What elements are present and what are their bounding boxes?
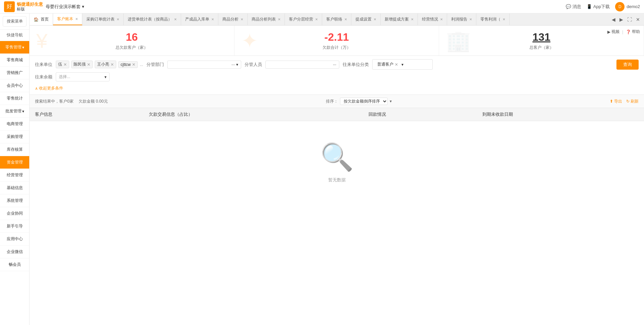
tab-close-product-analysis[interactable]: ✕ bbox=[241, 17, 243, 21]
tab-inbound-stats[interactable]: 进货单统计表（按商品） ✕ bbox=[124, 13, 181, 25]
system-selector[interactable]: 母婴行业演示帐套 ▾ bbox=[46, 4, 84, 10]
play-icon: ▶ bbox=[607, 30, 610, 34]
video-btn[interactable]: ▶ 视频 bbox=[607, 29, 619, 35]
sort-area: 排序： 按欠款金额倒序排序 ▾ bbox=[326, 98, 392, 105]
tab-close-raise-settings[interactable]: ✕ bbox=[374, 17, 376, 21]
help-btn[interactable]: ❓ 帮助 bbox=[626, 29, 640, 35]
sidebar-item-marketing[interactable]: 营销推广 bbox=[0, 67, 29, 79]
tabs-prev-btn[interactable]: ◀ bbox=[610, 16, 617, 23]
tab-new-raise-plan[interactable]: 新增提成方案 ✕ bbox=[381, 13, 418, 25]
sidebar-item-vip-member[interactable]: 畅会员 bbox=[0, 258, 29, 271]
tab-raise-settings[interactable]: 提成设置 ✕ bbox=[351, 13, 381, 25]
tab-close-profit-report[interactable]: ✕ bbox=[469, 17, 472, 21]
tabs-bar-right: ◀ ▶ ⛶ ✕ bbox=[608, 16, 644, 23]
sidebar-item-ecommerce[interactable]: 电商管理 bbox=[0, 118, 29, 131]
sidebar-item-app-center[interactable]: 应用中心 bbox=[0, 233, 29, 246]
sidebar-item-retail-mgmt[interactable]: 零售管理 ▾ bbox=[0, 41, 29, 54]
main-layout: 搜索菜单 快捷导航 零售管理 ▾ 零售商城 营销推广 会员中心 零售统计 批发管… bbox=[0, 13, 644, 325]
tab-close-product-analysis-list[interactable]: ✕ bbox=[278, 17, 281, 21]
balance-dropdown-icon: ▾ bbox=[104, 75, 106, 79]
tab-customer-contact[interactable]: 客户联络 ✕ bbox=[322, 13, 351, 25]
export-btn[interactable]: ⬆ 导出 bbox=[610, 99, 622, 104]
col-debt-info: 欠款交易信息（占比） bbox=[143, 108, 363, 121]
remove-tag-chen[interactable]: ✕ bbox=[87, 62, 90, 67]
unit-class-select[interactable]: 普通客户 ✕ ▾ bbox=[372, 59, 433, 70]
sidebar-item-enterprise-collab[interactable]: 企业协同 bbox=[0, 207, 29, 220]
more-tags-btn[interactable]: ... bbox=[140, 62, 143, 67]
tab-ops-situation[interactable]: 经营情况 ✕ bbox=[418, 13, 447, 25]
filter-tag-wu[interactable]: 伍 ✕ bbox=[56, 61, 69, 68]
tab-close-new-raise-plan[interactable]: ✕ bbox=[411, 17, 414, 21]
sidebar-item-wholesale-mgmt[interactable]: 批发管理 ▾ bbox=[0, 105, 29, 118]
logo-text: 畅捷通好生意 标版 bbox=[17, 2, 43, 12]
sidebar-item-retail-mall[interactable]: 零售商城 bbox=[0, 54, 29, 67]
quick-nav-btn[interactable]: 快捷导航 bbox=[0, 30, 29, 41]
table-area: 搜索结果中，客户0家 欠款金额 0.00元 排序： 按欠款金额倒序排序 ▾ ⬆ … bbox=[30, 95, 644, 325]
sidebar-item-finance[interactable]: 资金管理 bbox=[0, 156, 29, 169]
app-download-btn[interactable]: 📱 App下载 bbox=[587, 4, 610, 10]
tab-customer-book[interactable]: 客户账本 ✕ bbox=[53, 13, 82, 25]
tab-product-inbound[interactable]: 产成品入库单 ✕ bbox=[181, 13, 218, 25]
stat-total-label: 总客户（家） bbox=[529, 45, 554, 50]
query-btn[interactable]: 查询 bbox=[616, 60, 639, 70]
sort-select[interactable]: 按欠款金额倒序排序 bbox=[340, 98, 388, 105]
sidebar-item-retail-stats[interactable]: 零售统计 bbox=[0, 92, 29, 105]
remove-tag-cjttcw[interactable]: ✕ bbox=[132, 62, 135, 67]
tab-close-product-inbound[interactable]: ✕ bbox=[211, 17, 214, 21]
app-icon: 📱 bbox=[587, 4, 592, 9]
tab-product-analysis[interactable]: 商品分析 ✕ bbox=[218, 13, 248, 25]
sidebar-item-system-mgmt[interactable]: 系统管理 bbox=[0, 194, 29, 207]
tabs-bar: 🏠 首页 客户账本 ✕ 采购订单统计表 ✕ 进货单统计表（按商品） ✕ 产成品入… bbox=[30, 13, 644, 26]
export-icon: ⬆ bbox=[610, 99, 613, 104]
tab-close-customer-book[interactable]: ✕ bbox=[75, 17, 78, 21]
sidebar-item-ops-mgmt[interactable]: 经营管理 bbox=[0, 169, 29, 182]
sidebar-item-member-center[interactable]: 会员中心 bbox=[0, 79, 29, 92]
user-profile[interactable]: D demo2 bbox=[615, 2, 640, 11]
tab-customer-segment[interactable]: 客户分层经营 ✕ bbox=[285, 13, 322, 25]
tabs-close-all-btn[interactable]: ✕ bbox=[635, 16, 641, 23]
tab-close-purchase-order-stats[interactable]: ✕ bbox=[117, 17, 119, 21]
tab-home[interactable]: 🏠 首页 bbox=[30, 13, 53, 25]
sidebar-item-basic-info[interactable]: 基础信息 bbox=[0, 182, 29, 194]
balance-select[interactable]: 选择... ▾ bbox=[56, 72, 110, 81]
content-area: 🏠 首页 客户账本 ✕ 采购订单统计表 ✕ 进货单统计表（按商品） ✕ 产成品入… bbox=[30, 13, 644, 325]
avatar: D bbox=[615, 2, 625, 11]
dept-select[interactable]: ··· ▾ bbox=[167, 61, 241, 69]
remove-tag-wang[interactable]: ✕ bbox=[111, 62, 114, 67]
help-icon: ❓ bbox=[626, 30, 631, 34]
filter-tag-chen[interactable]: 陈民强 ✕ bbox=[71, 61, 93, 68]
filter-tag-cjttcw[interactable]: cjttcw ✕ bbox=[118, 61, 138, 68]
sidebar-item-purchase[interactable]: 采购管理 bbox=[0, 131, 29, 143]
remove-tag-wu[interactable]: ✕ bbox=[63, 62, 67, 67]
unit-class-tag: 普通客户 ✕ bbox=[375, 61, 400, 68]
tab-close-inbound-stats[interactable]: ✕ bbox=[174, 17, 177, 21]
stat-customers-label: 总欠款客户（家） bbox=[116, 45, 148, 50]
filter-tag-wang[interactable]: 王小亮 ✕ bbox=[95, 61, 116, 68]
remove-unit-class[interactable]: ✕ bbox=[395, 62, 398, 67]
chevron-down-icon: ▾ bbox=[22, 45, 24, 50]
tab-close-customer-contact[interactable]: ✕ bbox=[344, 17, 347, 21]
tab-profit-report[interactable]: 利润报告 ✕ bbox=[447, 13, 476, 25]
sidebar-item-enterprise-wechat[interactable]: 企业微信 bbox=[0, 246, 29, 258]
person-select[interactable]: ··· bbox=[265, 61, 339, 69]
collapse-btn[interactable]: ∧ 收起更多条件 bbox=[35, 85, 639, 91]
tab-product-analysis-list[interactable]: 商品分析列表 ✕ bbox=[248, 13, 285, 25]
stat-card-customers: ¥ 16 总欠款客户（家） bbox=[30, 26, 234, 56]
empty-state: 🔍 暂无数据 bbox=[30, 121, 644, 203]
tab-close-ops-situation[interactable]: ✕ bbox=[440, 17, 443, 21]
tabs-maximize-btn[interactable]: ⛶ bbox=[626, 16, 633, 23]
stat-customers-value: 16 bbox=[126, 31, 138, 43]
search-menu-btn[interactable]: 搜索菜单 bbox=[3, 16, 27, 27]
sidebar-item-new-guide[interactable]: 新手引导 bbox=[0, 220, 29, 233]
tab-close-retail-profit[interactable]: ✕ bbox=[503, 17, 505, 21]
search-result-info: 搜索结果中，客户0家 欠款金额 0.00元 bbox=[35, 99, 108, 104]
tab-purchase-order-stats[interactable]: 采购订单统计表 ✕ bbox=[82, 13, 124, 25]
col-due-date: 到期未收款日期 bbox=[477, 108, 644, 121]
tabs-next-btn[interactable]: ▶ bbox=[618, 16, 625, 23]
tab-close-customer-segment[interactable]: ✕ bbox=[315, 17, 318, 21]
tab-retail-profit[interactable]: 零售利润（ ✕ bbox=[476, 13, 510, 25]
message-btn[interactable]: 💬 消息 bbox=[566, 4, 581, 10]
stat-card-debt: ✦ -2.11 欠款合计（万） bbox=[234, 26, 439, 56]
refresh-btn[interactable]: ↻ 刷新 bbox=[626, 99, 639, 104]
sidebar-item-inventory[interactable]: 库存核算 bbox=[0, 143, 29, 156]
